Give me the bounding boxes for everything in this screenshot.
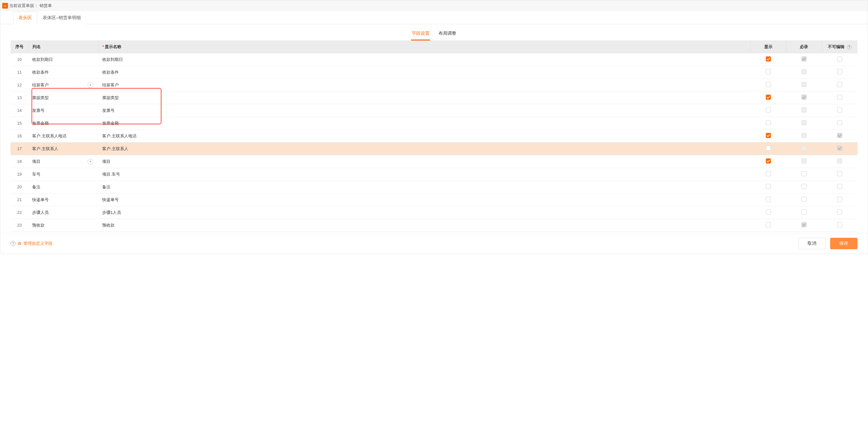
table-row[interactable]: 22步骤人员步骤1人员 <box>10 206 858 219</box>
required-checkbox <box>802 95 807 100</box>
cell-col-name: 票据类型 <box>28 91 98 104</box>
required-checkbox <box>802 56 807 61</box>
required-checkbox[interactable] <box>802 209 807 214</box>
cell-noedit <box>822 130 858 142</box>
cell-display-name[interactable]: 收款到期日 <box>98 53 750 66</box>
noedit-checkbox[interactable] <box>837 222 842 227</box>
noedit-checkbox[interactable] <box>837 184 842 189</box>
table-row[interactable]: 11收款条件收款条件 <box>10 66 858 79</box>
cell-col-name: 发票号 <box>28 104 98 117</box>
cell-display-name[interactable]: 快递单号 <box>98 194 750 206</box>
table-row[interactable]: 20备注备注 <box>10 181 858 194</box>
help-icon[interactable]: ? <box>847 45 851 49</box>
table-row[interactable]: 12结算客户+结算客户 <box>10 79 858 91</box>
noedit-checkbox[interactable] <box>837 107 842 113</box>
add-icon[interactable]: + <box>88 159 93 165</box>
table-row[interactable]: 19车号项目.车号 <box>10 168 858 181</box>
th-col-name: 列名 <box>28 41 98 53</box>
sub-tab-layout-adjust[interactable]: 布局调整 <box>438 29 457 40</box>
cell-display-name[interactable]: 收款条件 <box>98 66 750 79</box>
noedit-checkbox[interactable] <box>837 69 842 74</box>
required-checkbox[interactable] <box>802 171 807 176</box>
th-noedit: 不可编辑 ? <box>822 41 858 53</box>
cell-display-name[interactable]: 发票金额 <box>98 117 750 130</box>
table-row[interactable]: 13票据类型票据类型 <box>10 91 858 104</box>
cell-display-name[interactable]: 票据类型 <box>98 91 750 104</box>
cell-noedit <box>822 219 858 232</box>
noedit-checkbox[interactable] <box>837 171 842 176</box>
show-checkbox[interactable] <box>766 133 771 138</box>
cell-show <box>750 194 786 206</box>
table-row[interactable]: 23预收款预收款 <box>10 219 858 232</box>
gear-icon: ⚙ <box>18 241 22 246</box>
noedit-checkbox[interactable] <box>837 197 842 202</box>
table-row[interactable]: 21快递单号快递单号 <box>10 194 858 206</box>
cell-show <box>750 91 786 104</box>
cell-show <box>750 181 786 194</box>
show-checkbox[interactable] <box>766 56 771 61</box>
show-checkbox[interactable] <box>766 184 771 189</box>
cell-display-name[interactable]: 步骤1人员 <box>98 206 750 219</box>
cell-show <box>750 155 786 168</box>
cell-display-name[interactable]: 发票号 <box>98 104 750 117</box>
table-row[interactable]: 18项目+项目 <box>10 155 858 168</box>
cell-required <box>786 117 822 130</box>
cell-noedit <box>822 66 858 79</box>
cell-required <box>786 181 822 194</box>
cell-seq: 17 <box>10 142 28 155</box>
cell-display-name[interactable]: 项目.车号 <box>98 168 750 181</box>
noedit-checkbox[interactable] <box>837 82 842 87</box>
cell-col-name: 客户.主联系人 <box>28 142 98 155</box>
cell-noedit <box>822 181 858 194</box>
table-row[interactable]: 16客户.主联系人电话客户.主联系人电话 <box>10 130 858 142</box>
sub-tab-field-settings[interactable]: 字段设置 <box>411 29 430 40</box>
show-checkbox[interactable] <box>766 107 771 113</box>
cell-noedit <box>822 142 858 155</box>
tab-header-area[interactable]: 表头区 <box>13 11 37 24</box>
title-bar: » 当前设置单据： 销货单 <box>0 0 868 11</box>
required-checkbox <box>802 159 807 164</box>
show-checkbox[interactable] <box>766 222 771 227</box>
tab-body-area[interactable]: 表体区–销货单明细 <box>37 11 86 24</box>
noedit-checkbox[interactable] <box>837 209 842 214</box>
required-checkbox[interactable] <box>802 184 807 189</box>
required-checkbox[interactable] <box>802 197 807 202</box>
show-checkbox[interactable] <box>766 82 771 87</box>
cell-display-name[interactable]: 客户.主联系人电话 <box>98 130 750 142</box>
manage-custom-fields-link[interactable]: 管理自定义字段 <box>24 240 53 247</box>
th-display-name: *显示名称 <box>98 41 750 53</box>
cell-display-name[interactable]: 客户.主联系人 <box>98 142 750 155</box>
question-icon[interactable]: ? <box>10 241 16 246</box>
table-row[interactable]: 15发票金额发票金额 <box>10 117 858 130</box>
add-icon[interactable]: + <box>88 82 93 88</box>
noedit-checkbox[interactable] <box>837 95 842 100</box>
show-checkbox[interactable] <box>766 146 771 151</box>
show-checkbox[interactable] <box>766 69 771 74</box>
table-row[interactable]: 14发票号发票号 <box>10 104 858 117</box>
noedit-checkbox[interactable] <box>837 56 842 61</box>
th-required: 必录 <box>786 41 822 53</box>
cell-required <box>786 206 822 219</box>
cell-display-name[interactable]: 备注 <box>98 181 750 194</box>
show-checkbox[interactable] <box>766 159 771 164</box>
title-value: 销货单 <box>39 3 52 9</box>
table-row[interactable]: 17客户.主联系人客户.主联系人 <box>10 142 858 155</box>
cell-display-name[interactable]: 结算客户 <box>98 79 750 91</box>
show-checkbox[interactable] <box>766 171 771 176</box>
show-checkbox[interactable] <box>766 120 771 125</box>
cell-seq: 10 <box>10 53 28 66</box>
show-checkbox[interactable] <box>766 95 771 100</box>
noedit-checkbox[interactable] <box>837 120 842 125</box>
show-checkbox[interactable] <box>766 209 771 214</box>
cancel-button[interactable]: 取消 <box>798 238 826 249</box>
show-checkbox[interactable] <box>766 197 771 202</box>
cell-required <box>786 168 822 181</box>
expand-icon[interactable]: » <box>2 3 8 9</box>
save-button[interactable]: 保存 <box>830 238 858 249</box>
required-checkbox <box>802 107 807 113</box>
cell-show <box>750 66 786 79</box>
cell-display-name[interactable]: 预收款 <box>98 219 750 232</box>
cell-display-name[interactable]: 项目 <box>98 155 750 168</box>
table-row[interactable]: 10收款到期日收款到期日 <box>10 53 858 66</box>
cell-show <box>750 104 786 117</box>
